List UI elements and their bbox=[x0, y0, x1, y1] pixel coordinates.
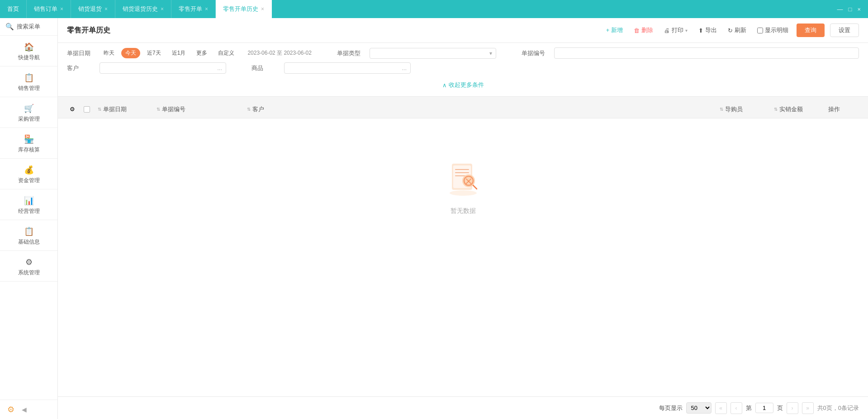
tab-sales-return-label: 销货退货 bbox=[78, 5, 102, 13]
date-range-display: 2023-06-02 至 2023-06-02 bbox=[247, 49, 311, 57]
next-page-button[interactable]: › bbox=[787, 402, 798, 414]
tab-sales-return-history[interactable]: 销货退货历史 × bbox=[115, 0, 171, 18]
tab-sales-return-close[interactable]: × bbox=[104, 6, 108, 12]
page-header: 零售开单历史 + 新增 🗑 🗑 删除 删除 🖨 打印 ▾ bbox=[58, 18, 868, 43]
print-button[interactable]: 🖨 打印 ▾ bbox=[661, 24, 690, 36]
page-title: 零售开单历史 bbox=[67, 26, 110, 35]
first-page-button[interactable]: « bbox=[715, 402, 727, 414]
prev-page-icon: ‹ bbox=[735, 405, 737, 411]
th-guide[interactable]: ⇅ 导购员 bbox=[716, 105, 770, 113]
sidebar-item-quick-nav-label: 快捷导航 bbox=[18, 54, 40, 61]
tab-retail-open-history[interactable]: 零售开单历史 × bbox=[216, 0, 272, 18]
collapse-button[interactable]: ∧ 收起更多条件 bbox=[442, 79, 484, 91]
goods-dots: ... bbox=[402, 65, 407, 71]
refresh-button[interactable]: ↻ 刷新 bbox=[725, 24, 749, 36]
date-btn-1month[interactable]: 近1月 bbox=[168, 48, 190, 58]
th-customer-label: 客户 bbox=[252, 105, 264, 113]
tab-bar-close-icon[interactable]: — bbox=[837, 6, 843, 13]
tab-home[interactable]: 首页 bbox=[0, 0, 27, 18]
th-date[interactable]: ⇅ 单据日期 bbox=[94, 105, 153, 113]
per-page-select[interactable]: 50 20 100 bbox=[686, 402, 711, 414]
tab-bar-minimize-icon[interactable]: □ bbox=[849, 6, 852, 13]
th-customer[interactable]: ⇅ 客户 bbox=[243, 105, 716, 113]
first-page-icon: « bbox=[719, 405, 722, 411]
number-filter-input[interactable] bbox=[554, 47, 859, 59]
tab-sales-return-history-close[interactable]: × bbox=[161, 6, 164, 12]
setting-button[interactable]: 设置 bbox=[830, 24, 859, 37]
customer-dots: ... bbox=[217, 65, 222, 71]
date-btn-more[interactable]: 更多 bbox=[192, 48, 211, 58]
date-filter-buttons: 昨天 今天 近7天 近1月 更多 自定义 bbox=[100, 48, 238, 58]
customer-filter-select[interactable]: ... bbox=[100, 62, 226, 74]
th-action-label: 操作 bbox=[828, 105, 840, 113]
sidebar-item-system[interactable]: ⚙ 系统管理 bbox=[0, 251, 57, 282]
page-suffix: 页 bbox=[777, 404, 783, 412]
filter-row-customer: 客户 ... 商品 ... bbox=[67, 62, 859, 74]
select-all-checkbox[interactable] bbox=[84, 106, 90, 113]
tab-bar-close-btn[interactable]: × bbox=[857, 6, 861, 13]
inventory-icon: 🏪 bbox=[24, 134, 34, 144]
table-settings-icon[interactable]: ⚙ bbox=[65, 106, 80, 113]
export-button[interactable]: ⬆ 导出 bbox=[696, 24, 720, 36]
date-btn-today[interactable]: 今天 bbox=[121, 48, 140, 58]
tab-home-label: 首页 bbox=[7, 5, 19, 13]
goods-filter-select[interactable]: ... bbox=[284, 62, 411, 74]
print-chevron: ▾ bbox=[685, 28, 688, 33]
tab-retail-open-close[interactable]: × bbox=[205, 6, 208, 12]
sidebar-item-operations-label: 经营管理 bbox=[18, 207, 40, 215]
th-date-label: 单据日期 bbox=[103, 105, 127, 113]
date-btn-yesterday[interactable]: 昨天 bbox=[100, 48, 119, 58]
sidebar: 🔍 搜索采单 🏠 快捷导航 📋 销售管理 🛒 采购管理 🏪 库存核算 💰 资金管… bbox=[0, 18, 58, 419]
date-btn-custom[interactable]: 自定义 bbox=[214, 48, 238, 58]
th-guide-label: 导购员 bbox=[725, 105, 743, 113]
column-settings-icon[interactable]: ⚙ bbox=[70, 106, 75, 113]
sidebar-item-quick-nav[interactable]: 🏠 快捷导航 bbox=[0, 36, 57, 66]
tab-sales-return-history-label: 销货退货历史 bbox=[123, 5, 158, 13]
sidebar-item-finance[interactable]: 💰 资金管理 bbox=[0, 159, 57, 189]
sidebar-item-basic-info[interactable]: 📋 基础信息 bbox=[0, 220, 57, 251]
tab-retail-open-history-close[interactable]: × bbox=[261, 6, 264, 12]
system-icon: ⚙ bbox=[25, 257, 33, 267]
th-amount-label: 实销金额 bbox=[779, 105, 803, 113]
type-filter-label: 单据类型 bbox=[337, 49, 362, 57]
refresh-icon: ↻ bbox=[728, 27, 733, 34]
settings-gear-icon[interactable]: ⚙ bbox=[7, 405, 14, 414]
sidebar-item-sales-mgmt[interactable]: 📋 销售管理 bbox=[0, 66, 57, 97]
toolbar: + 新增 🗑 🗑 删除 删除 🖨 打印 ▾ ⬆ bbox=[603, 24, 859, 37]
tab-sales-order[interactable]: 销售订单 × bbox=[27, 0, 71, 18]
sidebar-search[interactable]: 🔍 搜索采单 bbox=[0, 18, 57, 36]
add-button[interactable]: + 新增 bbox=[603, 24, 626, 36]
delete-button[interactable]: 🗑 🗑 删除 删除 bbox=[631, 24, 656, 36]
main-layout: 🔍 搜索采单 🏠 快捷导航 📋 销售管理 🛒 采购管理 🏪 库存核算 💰 资金管… bbox=[0, 18, 868, 419]
display-detail-button[interactable]: 显示明细 bbox=[754, 24, 791, 36]
sidebar-item-purchase-mgmt[interactable]: 🛒 采购管理 bbox=[0, 97, 57, 128]
page-number-input[interactable] bbox=[755, 403, 773, 413]
type-filter-arrow: ▾ bbox=[489, 50, 492, 56]
display-detail-checkbox[interactable] bbox=[757, 28, 763, 33]
th-guide-sort-icon: ⇅ bbox=[720, 107, 723, 112]
tab-retail-open[interactable]: 零售开单 × bbox=[171, 0, 216, 18]
prev-page-button[interactable]: ‹ bbox=[730, 402, 742, 414]
export-icon: ⬆ bbox=[698, 27, 703, 34]
sidebar-collapse-icon[interactable]: ◀ bbox=[22, 406, 27, 413]
tab-sales-order-label: 销售订单 bbox=[34, 5, 57, 13]
tab-sales-return[interactable]: 销货退货 × bbox=[71, 0, 115, 18]
tab-sales-order-close[interactable]: × bbox=[60, 6, 63, 12]
sidebar-item-system-label: 系统管理 bbox=[18, 269, 40, 277]
empty-state: 暂无数据 bbox=[58, 118, 868, 251]
empty-illustration bbox=[441, 155, 486, 200]
table-select-all[interactable] bbox=[80, 106, 94, 113]
sidebar-item-operations[interactable]: 📊 经营管理 bbox=[0, 189, 57, 220]
date-btn-7days[interactable]: 近7天 bbox=[143, 48, 165, 58]
th-amount[interactable]: ⇅ 实销金额 bbox=[770, 105, 825, 113]
th-date-sort-icon: ⇅ bbox=[98, 107, 101, 112]
last-page-button[interactable]: » bbox=[802, 402, 814, 414]
refresh-label: 刷新 bbox=[735, 26, 746, 34]
query-button[interactable]: 查询 bbox=[797, 24, 825, 37]
sidebar-item-inventory[interactable]: 🏪 库存核算 bbox=[0, 128, 57, 159]
th-amount-sort-icon: ⇅ bbox=[774, 107, 778, 112]
th-no[interactable]: ⇅ 单据编号 bbox=[153, 105, 243, 113]
type-filter-select[interactable]: ▾ bbox=[370, 48, 496, 59]
goods-filter-label: 商品 bbox=[251, 64, 277, 72]
export-label: 导出 bbox=[705, 26, 717, 34]
